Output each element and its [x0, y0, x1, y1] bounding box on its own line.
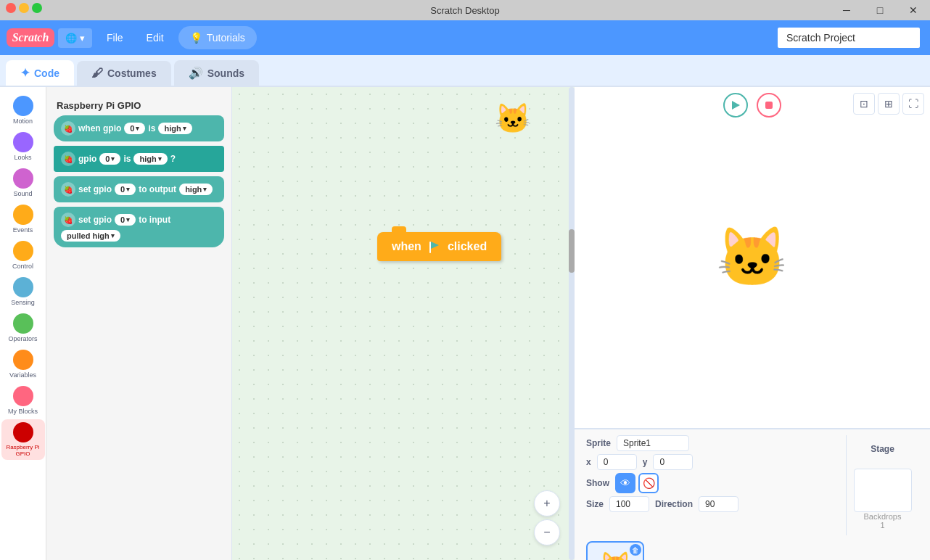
block-when-gpio[interactable]: 🍓 when gpio 0 ▾ is high ▾	[54, 115, 224, 141]
size-direction-row: Size Direction	[586, 496, 831, 512]
show-btns: 👁 🚫	[615, 473, 659, 493]
close-mac-btn[interactable]	[6, 3, 16, 13]
zoom-controls: + −	[534, 490, 560, 545]
win-controls[interactable]: ─ □ ✕	[830, 0, 930, 20]
block1-val2[interactable]: high ▾	[158, 123, 192, 134]
block1-val1[interactable]: 0 ▾	[124, 123, 145, 134]
large-stage-btn[interactable]: ⊞	[878, 93, 900, 115]
edit-menu[interactable]: Edit	[138, 26, 173, 49]
sprite-panel: Sprite x y Show 👁 🚫	[575, 429, 930, 560]
flag-icon	[427, 239, 442, 254]
tab-sounds-label: Sounds	[207, 67, 244, 79]
section-title: Raspberry Pi GPIO	[54, 94, 224, 115]
x-input[interactable]	[597, 454, 637, 470]
minimize-mac-btn[interactable]	[19, 3, 29, 13]
fullscreen-btn[interactable]: ⛶	[902, 93, 924, 115]
rpi-label: Raspberry Pi GPIO	[3, 444, 44, 457]
sprite-name-input[interactable]	[617, 435, 689, 451]
looks-icon	[13, 132, 33, 152]
sensing-label: Sensing	[11, 299, 35, 306]
costumes-icon: 🖌	[91, 67, 103, 80]
canvas-scrollbar[interactable]	[569, 87, 575, 560]
sprite-coord-row: x y	[586, 454, 831, 470]
block-gpio-condition[interactable]: 🍓 gpio 0 ▾ is high ▾ ?	[54, 146, 224, 172]
block4-val1[interactable]: 0 ▾	[115, 214, 136, 226]
sprite-grid: 🗑 🐱 Sprite1	[575, 535, 930, 560]
zoom-in-btn[interactable]: +	[534, 490, 560, 516]
block3-val1[interactable]: 0 ▾	[115, 184, 136, 195]
rpi-icon	[13, 422, 33, 442]
rpi-block-icon-3: 🍓	[61, 182, 75, 197]
direction-input[interactable]	[699, 496, 738, 512]
lightbulb-icon: 💡	[190, 32, 202, 44]
sidebar-item-sensing[interactable]: Sensing	[1, 274, 45, 309]
stop-btn[interactable]	[757, 93, 781, 118]
sound-label: Sound	[13, 190, 32, 197]
backdrops-label: Backdrops	[864, 512, 902, 521]
blocks-list: Raspberry Pi GPIO 🍓 when gpio 0 ▾ is hig…	[46, 87, 231, 560]
language-btn[interactable]: 🌐 ▾	[58, 28, 92, 48]
tab-code[interactable]: ✦ Code	[6, 60, 74, 86]
maximize-btn[interactable]: □	[863, 0, 897, 20]
right-panel: ⊡ ⊞ ⛶ 🐱 Sprite x y	[575, 87, 930, 560]
tutorials-btn[interactable]: 💡 Tutorials	[178, 26, 257, 49]
minimize-btn[interactable]: ─	[830, 0, 863, 20]
title-bar: Scratch Desktop ─ □ ✕	[0, 0, 930, 20]
when-clicked-block[interactable]: when clicked	[377, 232, 501, 261]
backdrops-count: 1	[880, 521, 884, 530]
close-btn[interactable]: ✕	[897, 0, 930, 20]
canvas-area[interactable]: 🐱 when clicked + −	[232, 87, 575, 560]
block3-val2[interactable]: high ▾	[179, 184, 213, 195]
clicked-text: clicked	[448, 240, 487, 253]
sounds-icon: 🔊	[189, 66, 203, 80]
canvas-scroll-thumb[interactable]	[569, 229, 575, 273]
block2-suffix: ?	[170, 154, 176, 164]
sprite-delete-btn[interactable]: 🗑	[630, 544, 641, 556]
stage-thumb[interactable]	[854, 469, 912, 512]
tab-costumes-label: Costumes	[107, 67, 157, 79]
zoom-out-btn[interactable]: −	[534, 519, 560, 545]
block-set-gpio-output[interactable]: 🍓 set gpio 0 ▾ to output high ▾	[54, 176, 224, 202]
show-visible-btn[interactable]: 👁	[615, 473, 635, 493]
sidebar-item-events[interactable]: Events	[1, 202, 45, 236]
sidebar-item-sound[interactable]: Sound	[1, 165, 45, 200]
sidebar-item-myblocks[interactable]: My Blocks	[1, 383, 45, 418]
sidebar-item-operators[interactable]: Operators	[1, 310, 45, 345]
block4-val2[interactable]: pulled high ▾	[61, 230, 120, 242]
sidebar-item-rpi[interactable]: Raspberry Pi GPIO	[1, 419, 45, 460]
sidebar-item-looks[interactable]: Looks	[1, 129, 45, 164]
maximize-mac-btn[interactable]	[32, 3, 42, 13]
left-panel: Motion Looks Sound Events Control Sensin…	[0, 87, 232, 560]
block2-connector: is	[123, 154, 131, 164]
y-input[interactable]	[653, 454, 693, 470]
stage-layout-btns: ⊡ ⊞ ⛶	[853, 93, 924, 115]
sidebar-item-variables[interactable]: Variables	[1, 347, 45, 382]
tab-sounds[interactable]: 🔊 Sounds	[174, 60, 259, 86]
tab-costumes[interactable]: 🖌 Costumes	[77, 61, 171, 86]
globe-icon: 🌐	[65, 33, 77, 44]
events-icon	[13, 205, 33, 225]
project-name-input[interactable]	[776, 26, 921, 49]
sidebar-item-control[interactable]: Control	[1, 238, 45, 273]
block-set-gpio-input[interactable]: 🍓 set gpio 0 ▾ to input pulled high ▾	[54, 207, 224, 247]
small-stage-btn[interactable]: ⊡	[853, 93, 875, 115]
sprite-info: Sprite x y Show 👁 🚫	[586, 435, 831, 535]
operators-label: Operators	[8, 335, 37, 342]
block3-connector: to output	[139, 184, 176, 194]
show-hidden-btn[interactable]: 🚫	[638, 473, 659, 493]
events-label: Events	[13, 226, 33, 234]
rpi-block-icon-1: 🍓	[61, 121, 75, 136]
scratch-logo[interactable]: Scratch	[9, 25, 52, 51]
file-menu[interactable]: File	[98, 26, 132, 49]
sprite-thumb-sprite1[interactable]: 🗑 🐱 Sprite1	[586, 541, 644, 560]
myblocks-icon	[13, 386, 33, 406]
svg-marker-1	[431, 242, 439, 249]
green-flag-btn[interactable]	[723, 93, 748, 118]
tab-code-label: Code	[34, 67, 59, 79]
sidebar-item-motion[interactable]: Motion	[1, 93, 45, 128]
block2-val2[interactable]: high ▾	[133, 153, 167, 165]
sprite1-icon: 🐱	[599, 551, 632, 561]
size-input[interactable]	[609, 496, 649, 512]
block2-val1[interactable]: 0 ▾	[99, 153, 120, 165]
mac-window-controls[interactable]	[6, 3, 42, 13]
